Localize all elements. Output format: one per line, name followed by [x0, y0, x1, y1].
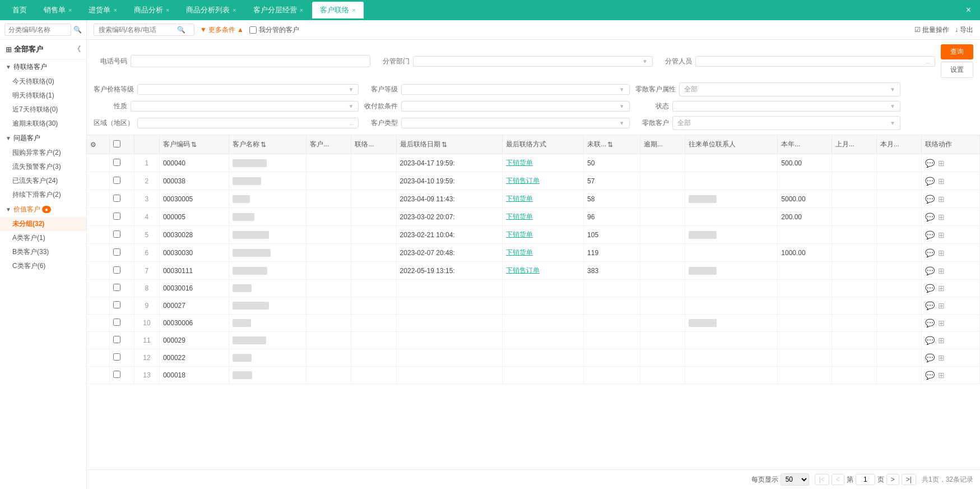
row-checkbox[interactable] — [113, 353, 120, 361]
row-checkbox[interactable] — [113, 319, 120, 326]
chat-icon[interactable]: 💬 — [925, 336, 935, 345]
main-search-input[interactable] — [99, 26, 177, 34]
page-size-select[interactable]: 50 100 — [781, 473, 809, 486]
search-box-icon[interactable]: 🔍 — [177, 26, 185, 34]
customer-level-select[interactable]: ▼ — [401, 84, 629, 95]
grid-action-icon[interactable]: ⊞ — [938, 371, 945, 380]
contact-method-link[interactable]: 下销售订单 — [506, 266, 540, 274]
chat-icon[interactable]: 💬 — [925, 213, 935, 222]
chat-icon[interactable]: 💬 — [925, 177, 935, 186]
phone-input[interactable] — [131, 55, 370, 67]
contact-method-link[interactable]: 下销货单 — [506, 248, 533, 256]
close-product-analysis-tab[interactable]: × — [166, 7, 169, 13]
next-page-btn[interactable]: > — [886, 474, 899, 485]
sidebar-item-class-b[interactable]: B类客户(33) — [0, 245, 86, 259]
chat-icon[interactable]: 💬 — [925, 301, 935, 310]
region-select[interactable]: ... — [137, 118, 359, 128]
contact-method-link[interactable]: 下销售订单 — [506, 177, 540, 184]
sidebar-search-icon[interactable]: 🔍 — [73, 26, 82, 34]
grid-action-icon[interactable]: ⊞ — [938, 195, 945, 204]
row-checkbox[interactable] — [113, 284, 120, 291]
retail-attr-select[interactable]: 全部 ▼ — [679, 82, 900, 96]
chat-icon[interactable]: 💬 — [925, 159, 935, 168]
close-purchase-tab[interactable]: × — [113, 7, 117, 13]
page-input[interactable] — [856, 474, 875, 485]
contact-method-link[interactable]: 下销货单 — [506, 230, 533, 238]
sidebar-item-lost[interactable]: 已流失客户(24) — [0, 174, 86, 188]
tab-purchase[interactable]: 进货单 × — [81, 2, 124, 19]
my-customer-checkbox[interactable] — [249, 26, 257, 34]
grid-action-icon[interactable]: ⊞ — [938, 284, 945, 293]
tab-home[interactable]: 首页 — [4, 2, 35, 19]
payment-select[interactable]: ▼ — [401, 101, 629, 112]
close-customer-tier-tab[interactable]: × — [300, 7, 303, 13]
grid-action-icon[interactable]: ⊞ — [938, 353, 945, 362]
sidebar-item-churn-warn[interactable]: 流失预警客户(3) — [0, 160, 86, 174]
grid-action-icon[interactable]: ⊞ — [938, 230, 945, 239]
grid-action-icon[interactable]: ⊞ — [938, 301, 945, 310]
manager-select[interactable]: ... — [695, 56, 935, 67]
row-checkbox[interactable] — [113, 230, 120, 238]
sidebar-group-value[interactable]: ▼ 价值客户 ● — [0, 202, 86, 217]
chat-icon[interactable]: 💬 — [925, 284, 935, 293]
sidebar-item-tomorrow-pending[interactable]: 明天待联络(1) — [0, 89, 86, 103]
row-checkbox[interactable] — [113, 213, 120, 220]
batch-operation-btn[interactable]: ☑ 批量操作 — [914, 25, 949, 35]
sidebar-search-input[interactable] — [4, 24, 71, 36]
grid-action-icon[interactable]: ⊞ — [938, 159, 945, 168]
col-last-contact-date[interactable]: 最后联络日期⇅ — [396, 135, 502, 154]
row-checkbox[interactable] — [113, 248, 120, 256]
select-all-checkbox[interactable] — [113, 140, 120, 147]
grid-action-icon[interactable]: ⊞ — [938, 177, 945, 186]
row-checkbox[interactable] — [113, 336, 120, 343]
col-name[interactable]: 客户名称⇅ — [229, 135, 306, 154]
first-page-btn[interactable]: |< — [815, 474, 829, 485]
row-checkbox[interactable] — [113, 301, 120, 308]
more-filter-btn[interactable]: ▼ 更多条件 ▲ — [200, 25, 244, 35]
chat-icon[interactable]: 💬 — [925, 248, 935, 257]
row-checkbox[interactable] — [113, 266, 120, 274]
sidebar-item-today-pending[interactable]: 今天待联络(0) — [0, 75, 86, 89]
status-select[interactable]: ▼ — [672, 101, 900, 112]
col-not-contacted[interactable]: 未联...⇅ — [584, 135, 640, 154]
price-level-select[interactable]: ▼ — [137, 84, 359, 95]
tab-sales[interactable]: 销售单 × — [36, 2, 80, 19]
query-btn[interactable]: 查询 — [941, 44, 973, 59]
grid-action-icon[interactable]: ⊞ — [938, 213, 945, 222]
prev-page-btn[interactable]: < — [832, 474, 844, 485]
sidebar-item-7days-pending[interactable]: 近7天待联络(0) — [0, 103, 86, 117]
row-checkbox[interactable] — [113, 159, 120, 166]
grid-action-icon[interactable]: ⊞ — [938, 319, 945, 327]
close-product-analysis-list-tab[interactable]: × — [233, 7, 236, 13]
chat-icon[interactable]: 💬 — [925, 371, 935, 380]
row-checkbox[interactable] — [113, 195, 120, 202]
grid-action-icon[interactable]: ⊞ — [938, 248, 945, 257]
sidebar-item-class-c[interactable]: C类客户(6) — [0, 259, 86, 273]
row-checkbox[interactable] — [113, 177, 120, 184]
export-btn[interactable]: ↓ 导出 — [955, 25, 973, 35]
close-all-tabs[interactable]: × — [962, 5, 976, 15]
close-sales-tab[interactable]: × — [68, 7, 72, 13]
sidebar-item-overdue-pending[interactable]: 逾期未联络(30) — [0, 117, 86, 131]
contact-method-link[interactable]: 下销货单 — [506, 195, 533, 202]
tab-customer-tier[interactable]: 客户分层经营 × — [245, 2, 311, 19]
nature-select[interactable]: ▼ — [131, 101, 359, 112]
chat-icon[interactable]: 💬 — [925, 195, 935, 204]
row-checkbox[interactable] — [113, 371, 120, 378]
sidebar-item-hoard-abnormal[interactable]: 囤购异常客户(2) — [0, 146, 86, 160]
dept-select[interactable]: ▼ — [413, 56, 653, 67]
tab-product-analysis[interactable]: 商品分析 × — [126, 2, 177, 19]
chat-icon[interactable]: 💬 — [925, 353, 935, 362]
chat-icon[interactable]: 💬 — [925, 230, 935, 239]
retail-customer-select[interactable]: 全部 ▼ — [672, 116, 900, 130]
sidebar-group-pending[interactable]: ▼ 待联络客户 — [0, 59, 86, 75]
grid-action-icon[interactable]: ⊞ — [938, 266, 945, 275]
tab-customer-contact[interactable]: 客户联络 × — [312, 2, 363, 19]
col-settings[interactable]: ⚙ — [87, 135, 109, 154]
sidebar-item-class-a[interactable]: A类客户(1) — [0, 231, 86, 245]
contact-method-link[interactable]: 下销货单 — [506, 213, 533, 220]
close-customer-contact-tab[interactable]: × — [352, 7, 355, 13]
sidebar-all-customers[interactable]: ⊞ 全部客户 《 — [0, 40, 86, 59]
col-code[interactable]: 客户编码⇅ — [159, 135, 229, 154]
chat-icon[interactable]: 💬 — [925, 266, 935, 275]
